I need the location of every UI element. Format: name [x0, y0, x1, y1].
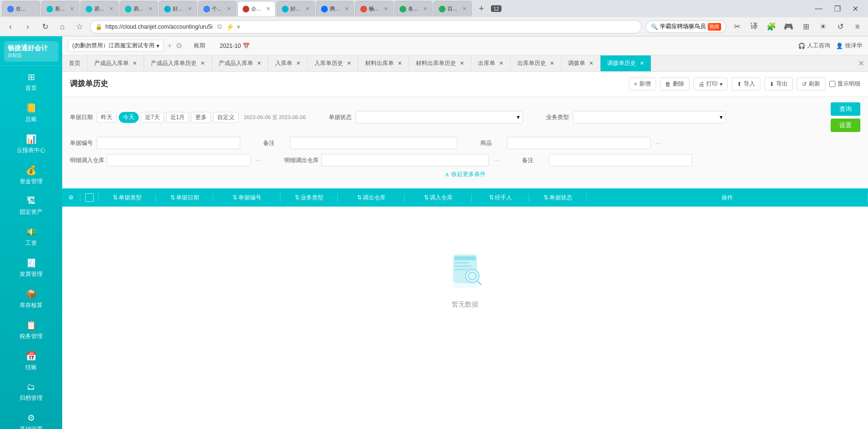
- browser-search[interactable]: 🔍 学霸应聘场驱鸟员 热搜: [645, 21, 726, 33]
- page-tab-clck[interactable]: 材料出库单 ✕: [358, 55, 409, 71]
- tab-close-10[interactable]: ✕: [384, 6, 388, 12]
- goods-more-icon[interactable]: ···: [656, 139, 661, 147]
- sidebar-item-home[interactable]: ⊞ 首页: [2, 67, 60, 97]
- tab-3[interactable]: 易... ✕: [80, 1, 119, 16]
- grid-icon[interactable]: ⊞: [799, 20, 812, 33]
- th-transfer-in[interactable]: ⇅ 调入仓库: [405, 194, 472, 202]
- page-tab-cprk2[interactable]: 产成品入库单 ✕: [212, 55, 268, 71]
- page-tab-dbls[interactable]: 调拨单历史 ✕: [601, 55, 651, 71]
- sidebar-item-inventory[interactable]: 📦 库存核算: [2, 284, 60, 314]
- tab-8[interactable]: 好... ✕: [277, 1, 315, 16]
- filter-detail-out-input[interactable]: [322, 154, 489, 166]
- dropdown-icon[interactable]: ▾: [237, 23, 240, 31]
- user-button[interactable]: 👤 徐泽华: [836, 42, 862, 50]
- company-selector[interactable]: (勿删勿禁用）江西服宝测试专用 ▾: [68, 40, 164, 52]
- th-doc-status[interactable]: ⇅ 单据状态: [529, 194, 587, 202]
- extension1-icon[interactable]: 🧩: [765, 20, 778, 33]
- tab-close-9[interactable]: ✕: [345, 6, 349, 12]
- forward-button[interactable]: ›: [21, 20, 34, 33]
- filter-status-select[interactable]: ▾: [356, 111, 523, 123]
- filter-detail-in-input[interactable]: [107, 154, 251, 166]
- sidebar-item-closing[interactable]: 📅 结账: [2, 346, 60, 376]
- sidebar-item-invoice[interactable]: 🧾 发票管理: [2, 253, 60, 283]
- refresh-button[interactable]: ↺ 刷新: [797, 77, 825, 90]
- sidebar-item-fixed[interactable]: 🏗 固定资产: [2, 191, 60, 221]
- page-tab-clck-close[interactable]: ✕: [398, 60, 402, 66]
- filter-docno-input[interactable]: [97, 137, 240, 149]
- page-tab-cprk2-close[interactable]: ✕: [257, 60, 261, 66]
- sidebar-item-ledger[interactable]: 📒 总账: [2, 98, 60, 128]
- page-tab-ck[interactable]: 出库单 ✕: [471, 55, 511, 71]
- th-handler[interactable]: ⇅ 经手人: [472, 194, 529, 202]
- company-settings-icon[interactable]: ⚙: [176, 41, 182, 50]
- tab-close-5[interactable]: ✕: [188, 6, 192, 12]
- page-tab-clckls-close[interactable]: ✕: [460, 60, 464, 66]
- tab-10[interactable]: 畅... ✕: [355, 1, 393, 16]
- sidebar-item-capital[interactable]: 💰 资金管理: [2, 160, 60, 190]
- date-btn-custom[interactable]: 自定义: [213, 112, 239, 123]
- page-tab-ckls[interactable]: 出库单历史 ✕: [511, 55, 561, 71]
- detail-out-more-icon[interactable]: ···: [494, 156, 500, 164]
- tab-close-6[interactable]: ✕: [227, 6, 231, 12]
- calendar-icon[interactable]: 📅: [243, 43, 250, 49]
- print-button[interactable]: 🖨 打印 ▾: [693, 77, 728, 90]
- date-btn-today[interactable]: 今天: [119, 112, 139, 123]
- tab-5[interactable]: 好... ✕: [159, 1, 197, 16]
- minimize-button[interactable]: —: [811, 3, 826, 14]
- close-button[interactable]: ✕: [848, 3, 862, 14]
- page-tab-rkls-close[interactable]: ✕: [347, 60, 351, 66]
- page-tabs-close-all[interactable]: ✕: [858, 59, 868, 68]
- page-tab-ckls-close[interactable]: ✕: [550, 60, 554, 66]
- sidebar-item-tax[interactable]: 📋 税务管理: [2, 315, 60, 345]
- sidebar-item-reports[interactable]: 📊 云报表中心: [2, 129, 60, 159]
- page-tab-rk[interactable]: 入库单 ✕: [268, 55, 308, 71]
- show-all-checkbox[interactable]: 显示明细: [829, 80, 860, 88]
- home-button[interactable]: ⌂: [56, 20, 69, 33]
- delete-button[interactable]: 🗑 删除: [660, 77, 690, 90]
- th-doc-date[interactable]: ⇅ 单据日期: [156, 194, 213, 202]
- setting-button[interactable]: 设置: [831, 119, 860, 132]
- tab-1[interactable]: 在...: [2, 1, 40, 16]
- sidebar-item-salary[interactable]: 💵 工资: [2, 222, 60, 252]
- tab-9[interactable]: 腾... ✕: [316, 1, 354, 16]
- tab-close-11[interactable]: ✕: [423, 6, 427, 12]
- page-tab-db[interactable]: 调拨单 ✕: [561, 55, 601, 71]
- th-doc-no[interactable]: ⇅ 单据编号: [213, 194, 280, 202]
- filter-biztype-select[interactable]: ▾: [573, 111, 726, 123]
- sidebar-item-settings[interactable]: ⚙ 基础设置: [2, 408, 60, 429]
- export-button[interactable]: ⬇ 导出: [764, 77, 793, 90]
- back-button[interactable]: ‹: [4, 20, 17, 33]
- detail-in-more-icon[interactable]: ···: [256, 156, 261, 164]
- date-btn-7days[interactable]: 近7天: [141, 112, 164, 123]
- page-tab-db-close[interactable]: ✕: [589, 60, 593, 66]
- filter-remark-input[interactable]: [290, 137, 457, 149]
- page-tab-clckls[interactable]: 材料出库单历史 ✕: [409, 55, 471, 71]
- new-tab-button[interactable]: +: [475, 2, 488, 15]
- reload-button[interactable]: ↻: [38, 20, 52, 33]
- translate-icon[interactable]: 译: [747, 20, 761, 33]
- import-button[interactable]: ⬆ 导入: [732, 77, 760, 90]
- bookmark-button[interactable]: ☆: [73, 20, 86, 33]
- theme-icon[interactable]: ☀: [816, 20, 830, 33]
- filter-remark2-input[interactable]: [549, 154, 692, 166]
- date-btn-more[interactable]: 更多: [191, 112, 211, 123]
- page-tab-ck-close[interactable]: ✕: [499, 60, 503, 66]
- tab-close-3[interactable]: ✕: [109, 6, 113, 12]
- tab-close-12[interactable]: ✕: [462, 6, 467, 12]
- page-tab-dbls-close[interactable]: ✕: [640, 60, 644, 66]
- tab-close-8[interactable]: ✕: [305, 6, 310, 12]
- page-tab-cprkls[interactable]: 产成品入库单历史 ✕: [144, 55, 212, 71]
- service-button[interactable]: 🎧 人工咨询: [798, 42, 830, 50]
- page-tab-rkls[interactable]: 入库单历史 ✕: [308, 55, 358, 71]
- tab-11[interactable]: 各... ✕: [394, 1, 433, 16]
- date-btn-yesterday[interactable]: 昨天: [97, 112, 117, 123]
- tab-close-4[interactable]: ✕: [148, 6, 153, 12]
- tab-7[interactable]: 企... ✕: [237, 1, 276, 16]
- page-tab-home[interactable]: 首页: [62, 55, 88, 71]
- page-tab-cprk[interactable]: 产成品入库单 ✕: [88, 55, 144, 71]
- th-doc-type[interactable]: ⇅ 单据类型: [99, 194, 156, 202]
- show-all-input[interactable]: [829, 81, 835, 87]
- menu-icon[interactable]: ≡: [851, 20, 864, 33]
- print-dropdown[interactable]: ▾: [720, 81, 723, 88]
- page-tab-cprk-close[interactable]: ✕: [133, 60, 137, 66]
